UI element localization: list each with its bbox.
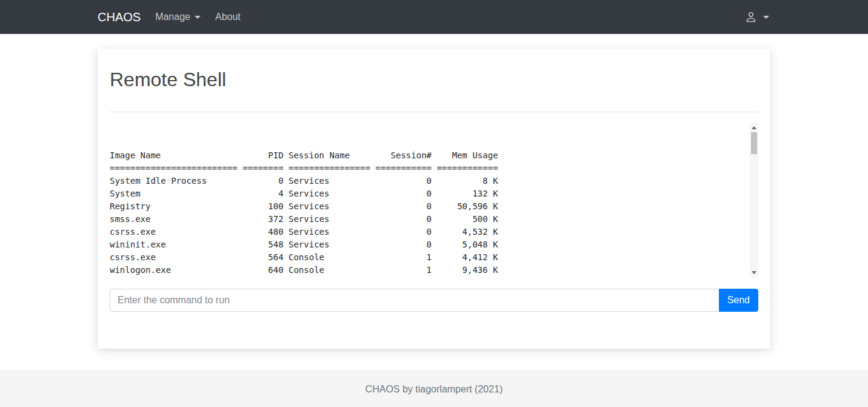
nav-item-manage[interactable]: Manage bbox=[150, 7, 205, 27]
person-icon bbox=[744, 10, 758, 24]
footer: CHAOS by tiagorlampert (2021) bbox=[0, 371, 868, 407]
title-divider bbox=[110, 112, 758, 112]
scroll-up-button[interactable] bbox=[750, 123, 758, 132]
footer-credit-text: CHAOS by tiagorlampert (2021) bbox=[366, 384, 503, 395]
command-input-group: Send bbox=[110, 289, 758, 312]
terminal-output-text: Image Name PID Session Name Session# Mem… bbox=[110, 122, 758, 277]
send-button[interactable]: Send bbox=[719, 289, 758, 312]
scroll-down-icon bbox=[752, 271, 756, 274]
scrollbar-thumb[interactable] bbox=[751, 132, 757, 154]
chevron-down-icon bbox=[763, 16, 769, 19]
navbar: CHAOS Manage About bbox=[0, 0, 868, 34]
scroll-up-icon bbox=[752, 126, 756, 129]
command-input[interactable] bbox=[110, 289, 719, 312]
main-content: Remote Shell Image Name PID Session Name… bbox=[0, 34, 868, 371]
terminal-output-panel[interactable]: Image Name PID Session Name Session# Mem… bbox=[110, 122, 758, 278]
page-title: Remote Shell bbox=[110, 68, 758, 91]
navbar-container: CHAOS Manage About bbox=[88, 7, 780, 27]
nav-item-about[interactable]: About bbox=[210, 7, 245, 27]
scroll-down-button[interactable] bbox=[750, 268, 758, 277]
user-menu-toggle[interactable] bbox=[743, 8, 770, 26]
nav-item-manage-label: Manage bbox=[155, 12, 190, 22]
nav-item-about-label: About bbox=[215, 12, 241, 22]
brand-logo[interactable]: CHAOS bbox=[98, 10, 141, 24]
main-nav: Manage About bbox=[150, 7, 743, 27]
terminal-scrollbar[interactable] bbox=[750, 122, 758, 278]
chevron-down-icon bbox=[195, 16, 201, 19]
remote-shell-card: Remote Shell Image Name PID Session Name… bbox=[98, 49, 770, 349]
